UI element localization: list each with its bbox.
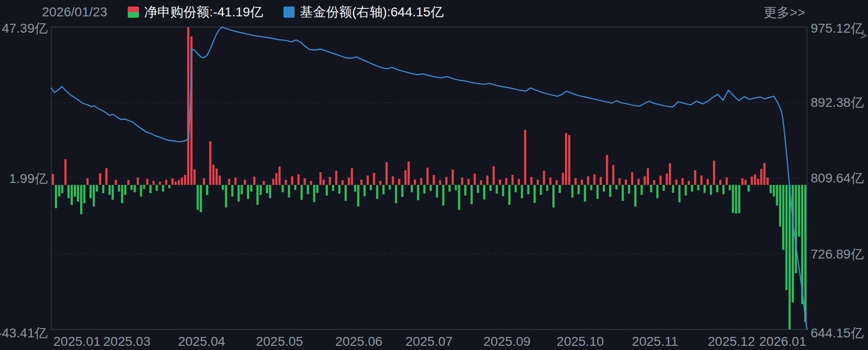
fund-shares-chart[interactable]: 47.39亿1.99亿-43.41亿975.12亿892.38亿809.64亿7… — [0, 0, 868, 350]
bar-inflow[interactable] — [445, 177, 448, 185]
bar-inflow[interactable] — [178, 180, 180, 185]
bar-outflow[interactable] — [527, 185, 530, 194]
bar-outflow[interactable] — [282, 185, 284, 192]
bar-inflow[interactable] — [660, 175, 662, 185]
bar-inflow[interactable] — [172, 178, 174, 185]
bar-inflow[interactable] — [505, 178, 508, 185]
bar-outflow[interactable] — [111, 185, 114, 200]
bar-inflow[interactable] — [203, 178, 205, 185]
bar-outflow[interactable] — [121, 185, 124, 203]
bar-inflow[interactable] — [751, 176, 753, 185]
bar-inflow[interactable] — [631, 172, 634, 185]
bar-inflow[interactable] — [193, 169, 196, 185]
bar-outflow[interactable] — [417, 185, 420, 200]
bar-inflow[interactable] — [518, 179, 520, 185]
bar-inflow[interactable] — [666, 174, 668, 185]
bar-outflow[interactable] — [782, 185, 785, 250]
bar-outflow[interactable] — [411, 185, 413, 192]
bar-outflow[interactable] — [143, 185, 145, 189]
bar-outflow[interactable] — [678, 185, 681, 202]
bar-outflow[interactable] — [572, 185, 574, 197]
bar-inflow[interactable] — [644, 176, 646, 185]
bar-outflow[interactable] — [58, 185, 61, 196]
bar-outflow[interactable] — [68, 185, 70, 198]
bar-outflow[interactable] — [197, 185, 199, 210]
bar-outflow[interactable] — [464, 185, 467, 196]
bar-outflow[interactable] — [288, 185, 290, 197]
bar-outflow[interactable] — [109, 185, 111, 195]
bar-outflow[interactable] — [389, 185, 391, 189]
bar-outflow[interactable] — [662, 185, 665, 191]
bar-outflow[interactable] — [448, 185, 451, 191]
bar-inflow[interactable] — [64, 159, 67, 185]
bar-outflow[interactable] — [723, 185, 725, 194]
bar-inflow[interactable] — [272, 179, 275, 185]
bar-outflow[interactable] — [738, 185, 741, 213]
bar-inflow[interactable] — [565, 133, 567, 185]
bar-outflow[interactable] — [597, 185, 599, 199]
bar-inflow[interactable] — [137, 178, 139, 185]
bar-inflow[interactable] — [105, 168, 108, 185]
bar-inflow[interactable] — [754, 174, 756, 185]
bar-outflow[interactable] — [792, 185, 794, 302]
bar-inflow[interactable] — [297, 174, 300, 185]
bar-outflow[interactable] — [357, 185, 359, 206]
bar-outflow[interactable] — [477, 185, 479, 193]
bar-outflow[interactable] — [534, 185, 536, 203]
bar-outflow[interactable] — [344, 185, 347, 201]
bar-outflow[interactable] — [168, 185, 171, 188]
bar-outflow[interactable] — [77, 185, 79, 202]
bar-outflow[interactable] — [156, 185, 158, 191]
bar-outflow[interactable] — [316, 185, 318, 193]
bar-inflow[interactable] — [407, 161, 410, 185]
bar-outflow[interactable] — [578, 185, 580, 194]
bar-outflow[interactable] — [691, 185, 693, 191]
bar-inflow[interactable] — [530, 177, 533, 185]
bar-inflow[interactable] — [543, 171, 545, 185]
bar-inflow[interactable] — [760, 169, 763, 185]
bar-inflow[interactable] — [707, 179, 709, 185]
bar-outflow[interactable] — [93, 185, 95, 206]
bar-outflow[interactable] — [256, 185, 259, 205]
bar-outflow[interactable] — [301, 185, 303, 200]
bar-inflow[interactable] — [468, 179, 470, 185]
bar-outflow[interactable] — [96, 185, 98, 191]
bar-inflow[interactable] — [86, 178, 89, 185]
bar-outflow[interactable] — [430, 185, 432, 191]
bar-outflow[interactable] — [225, 185, 227, 208]
bar-outflow[interactable] — [489, 185, 492, 191]
bar-outflow[interactable] — [442, 185, 445, 205]
bar-inflow[interactable] — [574, 178, 577, 185]
bar-outflow[interactable] — [521, 185, 523, 198]
bar-outflow[interactable] — [376, 185, 379, 199]
bar-outflow[interactable] — [71, 185, 73, 205]
bar-outflow[interactable] — [628, 185, 630, 194]
bar-outflow[interactable] — [515, 185, 517, 192]
bar-inflow[interactable] — [187, 27, 190, 185]
bar-inflow[interactable] — [335, 171, 338, 185]
bar-outflow[interactable] — [266, 185, 268, 193]
bar-outflow[interactable] — [559, 185, 561, 193]
bar-inflow[interactable] — [606, 155, 608, 185]
bar-inflow[interactable] — [669, 163, 671, 185]
bar-outflow[interactable] — [609, 185, 612, 197]
bar-inflow[interactable] — [215, 168, 218, 185]
bar-outflow[interactable] — [729, 185, 731, 190]
bar-inflow[interactable] — [379, 181, 382, 185]
bar-inflow[interactable] — [719, 180, 722, 185]
bar-inflow[interactable] — [700, 175, 703, 185]
bar-outflow[interactable] — [716, 185, 718, 192]
bar-outflow[interactable] — [496, 185, 498, 194]
bar-outflow[interactable] — [470, 185, 473, 204]
bar-inflow[interactable] — [581, 180, 583, 185]
bar-outflow[interactable] — [241, 185, 243, 194]
bar-outflow[interactable] — [332, 185, 334, 191]
bar-inflow[interactable] — [524, 130, 526, 185]
bar-outflow[interactable] — [395, 185, 397, 203]
bar-outflow[interactable] — [776, 185, 778, 205]
bar-inflow[interactable] — [276, 173, 278, 185]
bar-inflow[interactable] — [209, 141, 212, 185]
bar-outflow[interactable] — [131, 185, 133, 190]
bar-inflow[interactable] — [127, 180, 130, 185]
bar-inflow[interactable] — [694, 170, 696, 185]
